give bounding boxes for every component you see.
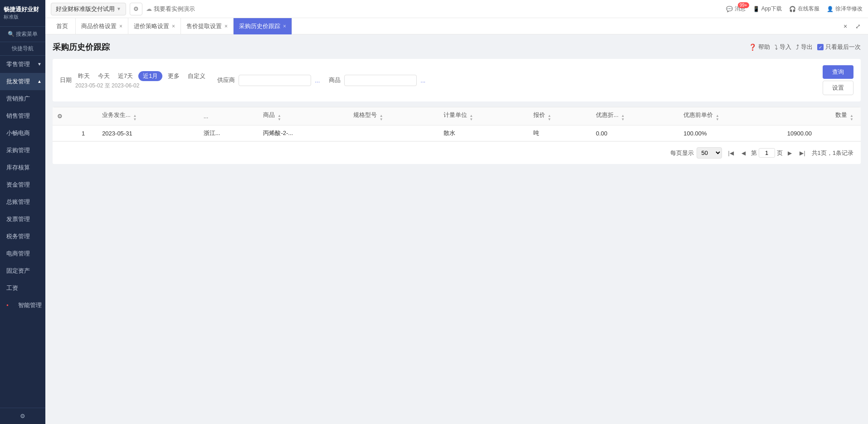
th-quantity[interactable]: 数量 ▲▼ (783, 107, 861, 125)
tab-price[interactable]: 商品价格设置 × (76, 18, 128, 34)
demo-button[interactable]: ☁ 我要看实例演示 (146, 5, 195, 13)
date-opt-more[interactable]: 更多 (165, 71, 182, 81)
th-unit[interactable]: 计量单位 ▲▼ (439, 107, 529, 125)
sidebar-item-wholesale[interactable]: 批发管理 ▲ (0, 73, 45, 90)
edition-label: 好业财标准版交付试用 (56, 5, 115, 13)
th-goods[interactable]: 商品 ▲▼ (258, 107, 349, 125)
tab-history-price[interactable]: 采购历史价跟踪 × (234, 18, 292, 34)
import-button[interactable]: ⤵ 导入 (775, 43, 791, 51)
tab-purchase-strategy[interactable]: 进价策略设置 × (128, 18, 181, 34)
topbar: 好业财标准版交付试用 ▼ ⚙ ☁ 我要看实例演示 💬 消息 99+ 📱 App下… (45, 0, 868, 18)
sidebar-item-salary[interactable]: 工资 (0, 279, 45, 297)
close-icon[interactable]: × (172, 23, 175, 29)
sidebar-item-tax[interactable]: 税务管理 (0, 228, 45, 245)
close-icon[interactable]: × (119, 23, 122, 29)
gear-icon: ⚙ (133, 5, 139, 12)
sidebar-item-smart[interactable]: 智能管理 (0, 297, 45, 314)
td-pre-price: 10900.00 (783, 125, 861, 141)
help-button[interactable]: ❓ 帮助 (749, 43, 770, 51)
table-body: 1 2023-05-31 浙江... 丙烯酸-2-... (53, 125, 861, 141)
app-download-label: App下载 (761, 5, 782, 13)
filter-goods-item: 商品 ... (329, 75, 425, 86)
filter-supplier-label: 供应商 (217, 76, 235, 84)
edition-selector[interactable]: 好业财标准版交付试用 ▼ (51, 3, 126, 15)
sidebar-item-ecommerce-small[interactable]: 小畅电商 (0, 125, 45, 142)
th-discount[interactable]: 优惠折... ▲▼ (591, 107, 679, 125)
sidebar-sales-label: 销售管理 (6, 112, 30, 120)
export-button[interactable]: ⤴ 导出 (796, 43, 813, 51)
message-button[interactable]: 💬 消息 99+ (726, 5, 746, 13)
th-more[interactable]: ... (199, 107, 259, 125)
date-opt-custom[interactable]: 自定义 (185, 71, 208, 81)
topbar-right: 💬 消息 99+ 📱 App下载 🎧 在线客服 👤 徐泽华修改 (726, 5, 863, 13)
tab-home[interactable]: 首页 (49, 18, 76, 34)
sidebar-item-invoice[interactable]: 发票管理 (0, 211, 45, 228)
sidebar-item-finance[interactable]: 资金管理 (0, 176, 45, 193)
th-spec[interactable]: 规格型号 ▲▼ (349, 107, 439, 125)
tab-sale-price[interactable]: 售价提取设置 × (181, 18, 234, 34)
td-gear (53, 125, 69, 141)
per-page-select[interactable]: 50 100 200 (697, 147, 722, 159)
sidebar-ecommerce-small-label: 小畅电商 (6, 129, 30, 137)
headset-icon: 🎧 (789, 6, 796, 12)
sort-icon: ▲▼ (469, 114, 473, 121)
tabs-bar: 首页 商品价格设置 × 进价策略设置 × 售价提取设置 × 采购历史价跟踪 × … (45, 18, 868, 34)
next-page-button[interactable]: ▶ (785, 148, 795, 159)
sidebar-item-general-ledger[interactable]: 总账管理 (0, 193, 45, 211)
row-pre-price: 10900.00 (787, 130, 812, 137)
only-last-checkbox[interactable]: ✓ 只看最后一次 (817, 43, 861, 51)
sidebar-item-sales[interactable]: 销售管理 (0, 107, 45, 125)
sidebar-item-search[interactable]: 🔍 搜索菜单 (0, 27, 45, 42)
goods-input[interactable] (344, 75, 417, 86)
date-opt-last1m[interactable]: 近1月 (138, 71, 162, 81)
sidebar-item-retail[interactable]: 零售管理 ▼ (0, 56, 45, 73)
close-window-button[interactable]: × (839, 20, 852, 33)
filter-settings-button[interactable]: 设置 (823, 81, 853, 95)
row-unit: 散水 (444, 130, 455, 136)
sidebar-item-inventory[interactable]: 库存核算 (0, 159, 45, 176)
th-date[interactable]: 业务发生... ▲▼ (98, 107, 199, 125)
date-opt-last7[interactable]: 近7天 (115, 71, 136, 81)
cloud-icon: ☁ (146, 5, 152, 12)
date-opt-today[interactable]: 今天 (95, 71, 112, 81)
row-goods: 丙烯酸-2-... (263, 130, 293, 136)
only-last-label: 只看最后一次 (825, 43, 861, 51)
close-icon[interactable]: × (224, 23, 228, 29)
row-date: 2023-05-31 (102, 130, 132, 137)
online-service-button[interactable]: 🎧 在线客服 (789, 5, 819, 13)
first-page-button[interactable]: |◀ (726, 148, 736, 159)
topbar-settings-button[interactable]: ⚙ (130, 3, 142, 15)
td-spec (349, 125, 439, 141)
sidebar-item-purchase[interactable]: 采购管理 (0, 142, 45, 159)
maximize-window-button[interactable]: ⤢ (852, 20, 864, 33)
sidebar-general-ledger-label: 总账管理 (6, 198, 30, 206)
sidebar-item-marketing[interactable]: 营销推广 (0, 90, 45, 107)
supplier-input[interactable] (239, 75, 311, 86)
last-page-button[interactable]: ▶| (797, 148, 808, 159)
per-page-selector: 每页显示 50 100 200 (670, 147, 722, 159)
sidebar-settings-button[interactable]: ⚙ (0, 408, 45, 424)
page-number-input[interactable] (759, 148, 775, 158)
th-pre-price[interactable]: 优惠前单价 ▲▼ (679, 107, 782, 125)
filter-goods-label: 商品 (329, 76, 341, 84)
date-opt-yesterday[interactable]: 昨天 (75, 71, 93, 81)
message-icon: 💬 (726, 6, 733, 12)
sidebar-item-fixed-assets[interactable]: 固定资产 (0, 262, 45, 279)
close-icon[interactable]: × (283, 23, 286, 29)
supplier-more-button[interactable]: ... (315, 77, 320, 84)
chevron-up-icon: ▲ (37, 79, 42, 84)
sort-icon: ▲▼ (380, 114, 383, 121)
sidebar-item-quick-nav[interactable]: 快捷导航 (0, 42, 45, 56)
td-supplier: 浙江... (199, 125, 259, 141)
sidebar-item-ecommerce[interactable]: 电商管理 (0, 245, 45, 262)
td-date: 2023-05-31 (98, 125, 199, 141)
user-menu-button[interactable]: 👤 徐泽华修改 (827, 5, 863, 13)
date-options-group: 昨天 今天 近7天 近1月 更多 自定义 (75, 71, 208, 81)
prev-page-button[interactable]: ◀ (738, 148, 749, 159)
query-button[interactable]: 查询 (823, 65, 853, 79)
th-price[interactable]: 报价 ▲▼ (529, 107, 591, 125)
th-gear[interactable]: ⚙ (53, 107, 69, 125)
user-icon: 👤 (827, 6, 834, 12)
app-download-button[interactable]: 📱 App下载 (753, 5, 782, 13)
goods-more-button[interactable]: ... (420, 77, 425, 84)
